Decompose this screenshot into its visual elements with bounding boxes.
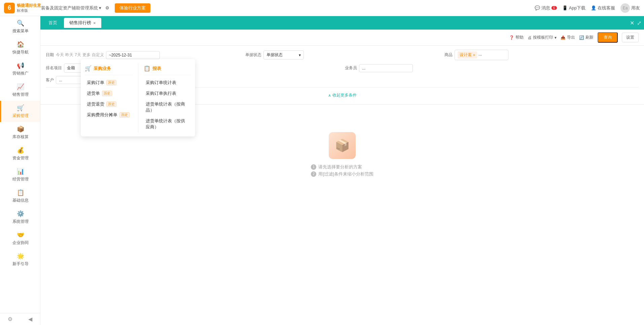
report-col-icon: 📋 — [144, 65, 150, 72]
dropdown-item-purchase-order[interactable]: 采购订单 历史 — [85, 77, 133, 88]
sidebar-item-marketing[interactable]: 📢 营销推广 — [0, 58, 40, 80]
sidebar-item-finance[interactable]: 💰 资金管理 — [0, 143, 40, 164]
messages-btn[interactable]: 💬 消息 6 — [535, 5, 557, 11]
date-quick-btns: 今天 昨天 7天 更多 自定义 — [56, 52, 104, 58]
app-download-btn[interactable]: 📱 App下载 — [562, 5, 585, 11]
user-btn[interactable]: Ea 用友 — [620, 3, 640, 13]
collapse-sidebar-btn[interactable]: ◀ — [28, 316, 32, 322]
history-badge-3: 历史 — [119, 112, 130, 118]
more-ellipsis[interactable]: ··· — [478, 53, 482, 57]
report-col-title: 📋 报表 — [144, 63, 191, 75]
print-dropdown-icon: ▾ — [554, 35, 557, 40]
sidebar-item-sales[interactable]: 📈 销售管理 — [0, 80, 40, 101]
sidebar-item-search[interactable]: 🔍 搜索菜单 — [0, 16, 40, 37]
header-right: 💬 消息 6 📱 App下载 👤 在线客服 Ea 用友 — [535, 3, 640, 13]
sidebar-label-system: 系统管理 — [12, 219, 29, 225]
top-header: 6 畅捷通好生意 标准版 装备及固定资产辅助管理系统 ▾ ⚙ 体验行业方案 💬 … — [0, 0, 644, 16]
purchase-col-icon: 🛒 — [85, 65, 92, 72]
main-layout: 🔍 搜索菜单 🏠 快捷导航 📢 营销推广 📈 销售管理 🛒 采购管理 📦 库存核… — [0, 16, 644, 325]
brand-edition: 标准版 — [17, 8, 41, 13]
logo-text: 畅捷通好生意 标准版 — [17, 3, 41, 13]
filter-product: 商品 设计素 × ··· — [444, 50, 639, 60]
empty-text: 1 请先选择要分析的方案 2 用[过滤]条件来缩小分析范围 — [311, 163, 373, 178]
dropdown-item-inbound-stats-product[interactable]: 进货单统计表（按商品） — [144, 99, 191, 116]
refresh-btn[interactable]: 🔄 刷新 — [579, 35, 594, 40]
page-toolbar: ❓ 帮助 🖨 按模板打印 ▾ 📤 导出 🔄 刷新 查询 设置 — [40, 30, 644, 46]
salesperson-input[interactable]: ... — [359, 64, 413, 72]
settings-bottom-btn[interactable]: ⚙ — [8, 316, 12, 322]
dropdown-item-order-stats[interactable]: 采购订单统计表 — [144, 77, 191, 88]
sidebar-item-purchase[interactable]: 🛒 采购管理 — [0, 101, 40, 122]
sidebar-label-search: 搜索菜单 — [12, 28, 29, 34]
export-icon: 📤 — [561, 35, 566, 40]
home-icon: 🏠 — [17, 41, 24, 48]
empty-step-2: 2 用[过滤]条件来缩小分析范围 — [311, 171, 373, 177]
tab-bar: 首页 销售排行榜 × ✕ ⤢ — [40, 16, 644, 30]
settings-icon[interactable]: ⚙ — [105, 5, 109, 10]
customer-label: 客户 — [46, 77, 54, 83]
history-badge-2: 历史 — [106, 101, 116, 107]
expand-btn[interactable]: ⤢ — [637, 20, 641, 26]
dropdown-item-inbound[interactable]: 进货单 历史 — [85, 88, 133, 99]
phone-icon: 📱 — [562, 5, 568, 10]
product-input[interactable]: 设计素 × ··· — [455, 50, 508, 60]
date-btn-more[interactable]: 更多 — [82, 52, 91, 58]
refresh-icon: 🔄 — [579, 35, 584, 40]
tab-home[interactable]: 首页 — [43, 18, 63, 28]
content-area: 首页 销售排行榜 × ✕ ⤢ ❓ 帮助 🖨 按模板打印 — [40, 16, 644, 325]
message-icon: 💬 — [535, 5, 540, 10]
settings-page-btn[interactable]: 设置 — [622, 33, 639, 42]
date-label: 日期 — [46, 52, 54, 58]
sidebar-bottom: ⚙ ◀ — [0, 313, 40, 325]
dropdown-item-return[interactable]: 进货退货 历史 — [85, 99, 133, 110]
tab-close-icon[interactable]: × — [93, 21, 96, 26]
filter-date: 日期 今天 昨天 7天 更多 自定义 ~2025-12-31 — [46, 51, 240, 59]
filter-doc-status: 单据状态 单据状态 ▾ — [245, 50, 439, 59]
service-icon: 👤 — [591, 5, 596, 10]
salesperson-label: 业务员 — [345, 65, 357, 71]
purchase-icon: 🛒 — [17, 104, 24, 112]
search-icon: 🔍 — [17, 19, 24, 27]
date-btn-custom[interactable]: 自定义 — [92, 52, 104, 58]
sidebar-item-basic[interactable]: 📋 基础信息 — [0, 186, 40, 207]
purchase-dropdown-menu: 🛒 采购业务 采购订单 历史 进货单 历史 进货退货 — [81, 59, 195, 136]
enterprise-icon: 🤝 — [17, 231, 24, 239]
query-btn[interactable]: 查询 — [598, 32, 618, 43]
doc-status-select[interactable]: 单据状态 ▾ — [263, 50, 304, 59]
export-btn[interactable]: 📤 导出 — [561, 35, 575, 40]
print-icon: 🖨 — [528, 35, 532, 40]
sidebar-label-quicknav: 快捷导航 — [12, 49, 29, 55]
sidebar-item-operations[interactable]: 📊 经营管理 — [0, 164, 40, 186]
sidebar-item-newbie[interactable]: 🌟 新手引导 — [0, 249, 40, 270]
sidebar-item-inventory[interactable]: 📦 库存核算 — [0, 122, 40, 143]
print-btn[interactable]: 🖨 按模板打印 ▾ — [528, 35, 557, 40]
dropdown-item-expense[interactable]: 采购费用分摊单 历史 — [85, 110, 133, 120]
operations-icon: 📊 — [17, 168, 24, 175]
sidebar-item-enterprise[interactable]: 🤝 企业协同 — [0, 228, 40, 249]
date-btn-yesterday[interactable]: 昨天 — [65, 52, 73, 58]
date-range-input[interactable]: ~2025-12-31 — [106, 51, 160, 59]
sidebar-label-finance: 资金管理 — [12, 155, 29, 161]
close-all-btn[interactable]: ✕ — [630, 20, 634, 26]
dropdown-columns: 🛒 采购业务 采购订单 历史 进货单 历史 进货退货 — [81, 63, 195, 132]
help-btn[interactable]: ❓ 帮助 — [509, 35, 524, 40]
sidebar-label-enterprise: 企业协同 — [12, 240, 29, 246]
sidebar-item-system[interactable]: ⚙️ 系统管理 — [0, 207, 40, 228]
avatar: Ea — [620, 3, 630, 13]
dropdown-divider — [138, 63, 138, 132]
date-btn-today[interactable]: 今天 — [56, 52, 64, 58]
sidebar: 🔍 搜索菜单 🏠 快捷导航 📢 营销推广 📈 销售管理 🛒 采购管理 📦 库存核… — [0, 16, 40, 325]
history-badge-1: 历史 — [102, 91, 112, 96]
history-badge-0: 历史 — [106, 80, 116, 85]
tab-sales-rank[interactable]: 销售排行榜 × — [64, 18, 101, 28]
product-tag-remove[interactable]: × — [473, 53, 475, 57]
online-service-btn[interactable]: 👤 在线客服 — [591, 5, 615, 11]
system-dropdown[interactable]: 装备及固定资产辅助管理系统 ▾ — [41, 5, 101, 11]
sidebar-item-quicknav[interactable]: 🏠 快捷导航 — [0, 37, 40, 58]
inventory-icon: 📦 — [17, 125, 24, 133]
sidebar-label-inventory: 库存核算 — [12, 134, 29, 140]
dropdown-item-inbound-stats-supplier[interactable]: 进货单统计表（按供应商） — [144, 116, 191, 132]
date-btn-7days[interactable]: 7天 — [75, 52, 81, 58]
industry-btn[interactable]: 体验行业方案 — [115, 3, 150, 13]
dropdown-item-order-exec[interactable]: 采购订单执行表 — [144, 88, 191, 99]
